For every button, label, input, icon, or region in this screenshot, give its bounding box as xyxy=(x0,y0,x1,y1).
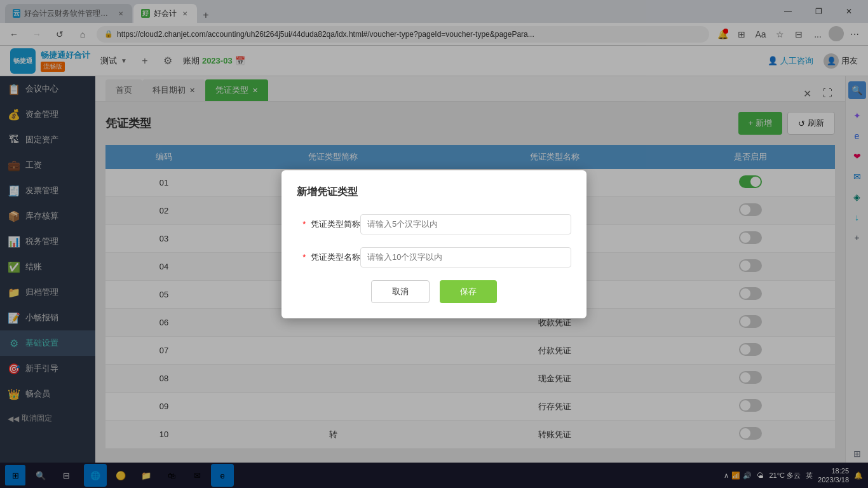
dialog-footer: 取消 保存 xyxy=(297,280,571,303)
cancel-button[interactable]: 取消 xyxy=(371,280,430,303)
required-star-1: * xyxy=(302,219,306,229)
full-name-input[interactable] xyxy=(360,247,571,268)
required-star-2: * xyxy=(302,252,306,262)
dialog-overlay: 新增凭证类型 * 凭证类型简称 * 凭证类型名称 取消 保存 xyxy=(0,0,868,488)
dialog-title: 新增凭证类型 xyxy=(297,186,571,199)
add-voucher-type-dialog: 新增凭证类型 * 凭证类型简称 * 凭证类型名称 取消 保存 xyxy=(281,170,587,318)
full-name-row: * 凭证类型名称 xyxy=(297,247,571,268)
save-button[interactable]: 保存 xyxy=(440,280,497,303)
short-name-label: * 凭证类型简称 xyxy=(297,219,360,230)
full-name-label: * 凭证类型名称 xyxy=(297,252,360,263)
short-name-input[interactable] xyxy=(360,214,571,234)
short-name-row: * 凭证类型简称 xyxy=(297,214,571,234)
